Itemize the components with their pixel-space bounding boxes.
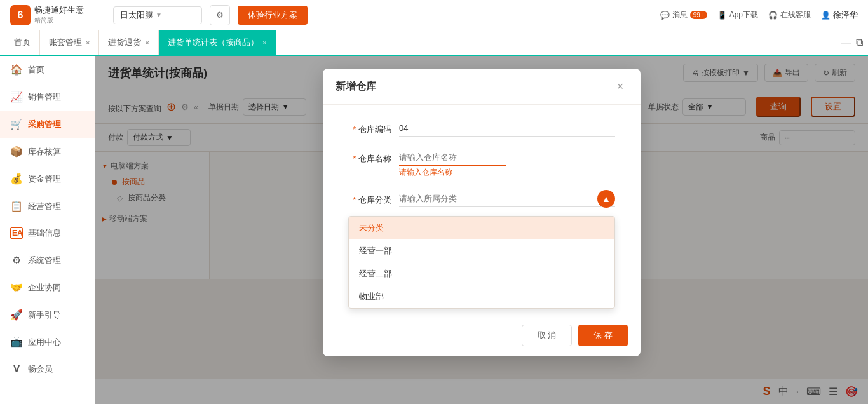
tab-home[interactable]: 首页 — [5, 30, 40, 55]
sidebar-item-basic-info[interactable]: EA 基础信息 — [0, 220, 95, 246]
content-area: 进货单统计(按商品) 🖨 按模板打印 ▼ 📤 导出 ↻ 刷新 — [95, 56, 868, 404]
logo-icon: 6 — [10, 5, 31, 25]
store-selector[interactable]: 日太阳膜 ▼ — [113, 6, 202, 24]
top-header: 6 畅捷通好生意 精简版 日太阳膜 ▼ ⚙ 体验行业方案 💬 消息 99+ 📱 … — [0, 0, 868, 30]
category-toggle-button[interactable]: ▲ — [597, 190, 615, 208]
business-icon: 📋 — [10, 200, 23, 212]
dialog-title: 新增仓库 — [336, 80, 376, 93]
dropdown-item-dept1[interactable]: 经营一部 — [349, 239, 614, 262]
tab-purchase-stats-label: 进货单统计表（按商品） — [168, 37, 259, 48]
sidebar-guide-label: 新手引导 — [28, 309, 61, 321]
online-service-label: 在线客服 — [780, 10, 811, 20]
user-avatar[interactable]: 👤 徐泽华 — [821, 10, 858, 21]
tab-purchase-return-close[interactable]: × — [145, 39, 149, 46]
dialog-footer: 取 消 保 存 — [323, 314, 641, 356]
category-input-wrap: ▲ — [399, 191, 615, 207]
sidebar-item-purchase[interactable]: 🛒 采购管理 — [0, 111, 95, 138]
sidebar-item-apps[interactable]: 📺 应用中心 — [0, 328, 95, 356]
sidebar: 🏠 首页 📈 销售管理 🛒 采购管理 📦 库存核算 💰 资金管理 📋 经营管理 … — [0, 56, 95, 404]
tab-purchase-stats-close[interactable]: × — [262, 39, 266, 46]
sidebar-system-label: 系统管理 — [28, 255, 61, 266]
sidebar-enterprise-label: 企业协同 — [28, 282, 61, 293]
app-download-label: App下载 — [729, 10, 758, 20]
app-edition: 精简版 — [34, 16, 84, 25]
code-row: * 仓库编码 — [348, 120, 615, 137]
finance-icon: 💰 — [10, 173, 23, 185]
app-download-item[interactable]: 📱 App下载 — [717, 10, 758, 20]
save-button[interactable]: 保 存 — [578, 325, 628, 346]
messages-badge: 99+ — [690, 11, 707, 19]
tab-home-label: 首页 — [14, 37, 31, 48]
message-icon: 💬 — [660, 11, 670, 20]
avatar-icon: 👤 — [821, 11, 831, 20]
settings-button[interactable]: ⚙ — [210, 5, 230, 25]
tab-account-close[interactable]: × — [86, 39, 90, 46]
sidebar-basic-info-label: 基础信息 — [28, 227, 61, 239]
category-required-star: * — [353, 195, 356, 205]
inventory-icon: 📦 — [10, 145, 23, 158]
store-dropdown-arrow: ▼ — [156, 11, 162, 18]
sidebar-item-sales[interactable]: 📈 销售管理 — [0, 83, 95, 111]
messages-label: 消息 — [672, 10, 688, 20]
tab-expand-icon[interactable]: ⧉ — [856, 37, 863, 48]
code-label: * 仓库编码 — [348, 120, 399, 135]
name-input[interactable] — [399, 149, 506, 166]
name-label: * 仓库名称 — [348, 149, 399, 165]
logo-area: 6 畅捷通好生意 精简版 — [10, 5, 105, 25]
member-icon: V — [10, 363, 23, 375]
guide-icon: 🚀 — [10, 309, 23, 321]
basic-info-icon: EA — [10, 227, 23, 239]
category-input[interactable] — [399, 191, 615, 207]
code-required-star: * — [353, 125, 356, 134]
tab-purchase-return[interactable]: 进货退货 × — [99, 30, 158, 55]
new-warehouse-dialog: 新增仓库 × * 仓库编码 — [323, 69, 641, 356]
tab-purchase-return-label: 进货退货 — [108, 37, 141, 48]
sidebar-member-label: 畅会员 — [28, 363, 53, 375]
name-required-star: * — [353, 154, 356, 163]
trial-button[interactable]: 体验行业方案 — [238, 6, 308, 25]
cancel-button[interactable]: 取 消 — [522, 325, 573, 346]
sidebar-item-guide[interactable]: 🚀 新手引导 — [0, 301, 95, 328]
category-label: * 仓库分类 — [348, 191, 399, 206]
dialog-close-button[interactable]: × — [613, 79, 628, 94]
sidebar-item-home[interactable]: 🏠 首页 — [0, 56, 95, 83]
sidebar-item-inventory[interactable]: 📦 库存核算 — [0, 138, 95, 165]
online-service-item[interactable]: 🎧 在线客服 — [768, 10, 811, 20]
sidebar-purchase-label: 采购管理 — [28, 119, 61, 130]
sidebar-apps-label: 应用中心 — [28, 337, 61, 348]
category-dropdown: 未分类 经营一部 经营二部 物业部 — [348, 216, 615, 309]
sidebar-item-finance[interactable]: 💰 资金管理 — [0, 165, 95, 192]
username: 徐泽华 — [833, 10, 858, 21]
tab-purchase-stats[interactable]: 进货单统计表（按商品） × — [159, 30, 276, 55]
apps-icon: 📺 — [10, 336, 23, 348]
sidebar-finance-label: 资金管理 — [28, 173, 61, 185]
tab-bar: 首页 账套管理 × 进货退货 × 进货单统计表（按商品） × — ⧉ — [0, 30, 868, 56]
sidebar-inventory-label: 库存核算 — [28, 146, 61, 158]
code-field — [399, 120, 615, 137]
sidebar-sales-label: 销售管理 — [28, 91, 61, 103]
modal-overlay[interactable]: 新增仓库 × * 仓库编码 — [95, 56, 868, 404]
dropdown-item-unclassified[interactable]: 未分类 — [349, 217, 614, 239]
main-layout: 🏠 首页 📈 销售管理 🛒 采购管理 📦 库存核算 💰 资金管理 📋 经营管理 … — [0, 56, 868, 404]
home-icon: 🏠 — [10, 64, 23, 76]
header-right: 💬 消息 99+ 📱 App下载 🎧 在线客服 👤 徐泽华 — [660, 10, 858, 21]
sidebar-item-system[interactable]: ⚙ 系统管理 — [0, 246, 95, 274]
dialog-body: * 仓库编码 * 仓库名称 — [323, 105, 641, 314]
tab-minimize-icon[interactable]: — — [841, 37, 851, 48]
store-name: 日太阳膜 — [120, 10, 153, 21]
sidebar-home-label: 首页 — [28, 64, 44, 76]
app-icon: 📱 — [717, 11, 727, 20]
dialog-header: 新增仓库 × — [323, 69, 641, 105]
code-input[interactable] — [399, 120, 615, 137]
purchase-icon: 🛒 — [10, 118, 23, 130]
tab-account-label: 账套管理 — [49, 37, 82, 48]
headset-icon: 🎧 — [768, 11, 778, 20]
dropdown-item-dept2[interactable]: 经营二部 — [349, 262, 614, 285]
tab-account[interactable]: 账套管理 × — [40, 30, 99, 55]
gear-icon: ⚙ — [216, 10, 224, 20]
messages-item[interactable]: 💬 消息 99+ — [660, 10, 707, 20]
sidebar-business-label: 经营管理 — [28, 201, 61, 212]
sidebar-item-enterprise[interactable]: 🤝 企业协同 — [0, 274, 95, 301]
sidebar-item-business[interactable]: 📋 经营管理 — [0, 192, 95, 220]
dropdown-item-property[interactable]: 物业部 — [349, 285, 614, 308]
